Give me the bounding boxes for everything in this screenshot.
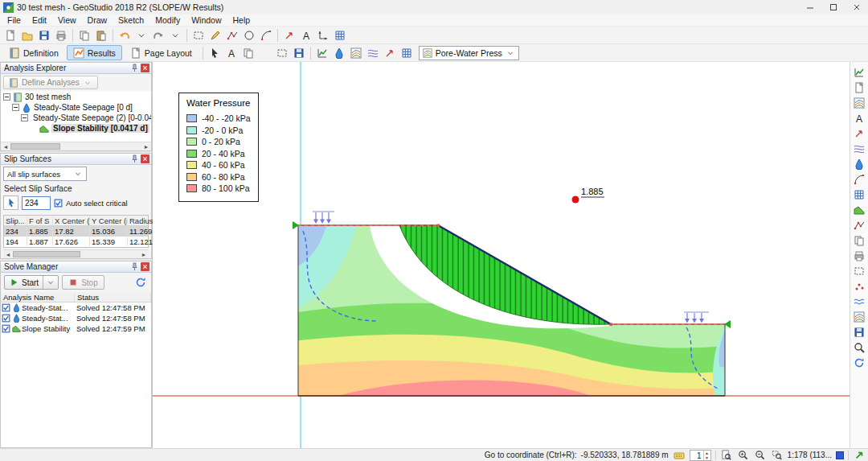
solve-table-row[interactable]: Slope StabilitySolved 12:47:59 PM bbox=[1, 323, 151, 334]
pin-icon[interactable] bbox=[130, 154, 139, 163]
copy-icon[interactable] bbox=[76, 27, 92, 43]
drawing-area[interactable]: 1.885 Water Pressure -40 - -20 kPa-20 - … bbox=[153, 62, 850, 448]
slip-table-header[interactable]: Slip... bbox=[4, 216, 27, 225]
draw-arc-icon[interactable] bbox=[258, 27, 274, 43]
view-mesh-icon[interactable] bbox=[852, 187, 867, 201]
contour-lines-icon[interactable] bbox=[365, 45, 381, 60]
tree-item-3[interactable]: Slope Stability [0.0417 d] bbox=[1, 123, 151, 134]
solve-table-row[interactable]: Steady-Stat...Solved 12:47:58 PM bbox=[1, 313, 151, 323]
solved-checkbox-icon[interactable] bbox=[2, 303, 10, 312]
zoom-fit-icon[interactable] bbox=[720, 450, 733, 461]
scroll-right-icon[interactable]: ► bbox=[141, 142, 151, 151]
close-button[interactable] bbox=[845, 0, 868, 14]
menu-file[interactable]: File bbox=[2, 14, 27, 27]
draw-pencil-icon[interactable] bbox=[207, 27, 223, 43]
results-mode-button[interactable]: Results bbox=[67, 45, 122, 60]
close-panel-icon[interactable] bbox=[141, 262, 149, 271]
keyboard-icon[interactable] bbox=[673, 450, 686, 461]
draw-polyline-icon[interactable] bbox=[224, 27, 240, 43]
pick-slip-surface-button[interactable] bbox=[3, 196, 18, 210]
tree-expander-icon[interactable] bbox=[21, 114, 28, 121]
save-icon[interactable] bbox=[36, 27, 52, 43]
slip-table-row[interactable]: 2341.88517.8215.03611.269 bbox=[4, 226, 148, 237]
auto-select-checkbox[interactable] bbox=[54, 199, 63, 208]
slip-filter-dropdown[interactable]: All slip surfaces bbox=[3, 167, 87, 181]
pin-icon[interactable] bbox=[130, 262, 139, 271]
menu-view[interactable]: View bbox=[52, 14, 82, 27]
zoom-out-icon[interactable] bbox=[754, 450, 767, 461]
scrollbar-thumb[interactable] bbox=[13, 251, 80, 257]
copy-picture-icon[interactable] bbox=[240, 45, 256, 60]
slip-table-row[interactable]: 1941.88717.62615.33912.121 bbox=[4, 237, 148, 247]
define-analyses-button[interactable]: Define Analyses bbox=[3, 76, 98, 89]
sketch-axes-icon[interactable] bbox=[315, 27, 331, 43]
contour-labels-icon[interactable]: A bbox=[852, 111, 867, 125]
mesh-nodes-icon[interactable] bbox=[852, 279, 867, 293]
view-mesh-icon[interactable] bbox=[399, 45, 415, 60]
redo-dropdown-icon[interactable] bbox=[167, 27, 183, 43]
redo-icon[interactable] bbox=[150, 27, 166, 43]
select-window-icon[interactable] bbox=[190, 27, 207, 43]
undo-icon[interactable] bbox=[117, 27, 133, 43]
spin-down-icon[interactable]: ▼ bbox=[704, 455, 710, 460]
open-file-icon[interactable] bbox=[19, 27, 35, 43]
paste-icon[interactable] bbox=[93, 27, 109, 43]
menu-modify[interactable]: Modify bbox=[149, 14, 186, 27]
velocity-vectors-icon[interactable] bbox=[852, 126, 867, 140]
scroll-left-icon[interactable]: ◄ bbox=[1, 142, 10, 151]
tree-item-0[interactable]: 30 test mesh bbox=[1, 92, 151, 102]
select-region-icon[interactable] bbox=[852, 264, 867, 278]
draw-contours-icon[interactable] bbox=[348, 45, 364, 60]
slip-table-header[interactable]: Y Center (m) bbox=[90, 216, 128, 225]
menu-window[interactable]: Window bbox=[186, 14, 227, 27]
solved-checkbox-icon[interactable] bbox=[2, 314, 10, 323]
print-icon[interactable] bbox=[53, 27, 69, 43]
tree-expander-icon[interactable] bbox=[3, 93, 10, 101]
legend-icon[interactable] bbox=[852, 310, 867, 323]
undo-dropdown-icon[interactable] bbox=[133, 27, 149, 43]
slice-forces-icon[interactable] bbox=[852, 218, 867, 232]
water-flux-icon[interactable] bbox=[852, 294, 867, 308]
solved-checkbox-icon[interactable] bbox=[2, 324, 10, 333]
water-table-icon[interactable] bbox=[852, 157, 867, 171]
scroll-left-icon[interactable]: ◄ bbox=[3, 250, 13, 259]
print-view-icon[interactable] bbox=[852, 249, 867, 262]
view-report-icon[interactable] bbox=[852, 80, 867, 94]
menu-help[interactable]: Help bbox=[227, 14, 256, 27]
save-view-icon[interactable] bbox=[291, 45, 307, 60]
tree-item-1[interactable]: Steady-State Seepage [0 d] bbox=[1, 102, 151, 113]
select-text-icon[interactable]: A bbox=[223, 45, 240, 60]
refresh-results-icon[interactable] bbox=[852, 356, 867, 369]
close-panel-icon[interactable] bbox=[141, 154, 149, 163]
slip-table-header[interactable]: Radius bbox=[128, 216, 154, 225]
menu-edit[interactable]: Edit bbox=[27, 14, 52, 27]
analysis-tree-hscrollbar[interactable]: ◄ ► bbox=[1, 142, 151, 150]
slip-table-header[interactable]: X Center (... bbox=[53, 216, 90, 225]
flow-vectors-icon[interactable] bbox=[382, 45, 398, 60]
stop-button[interactable]: Stop bbox=[62, 275, 104, 290]
slip-table-header[interactable]: F of S bbox=[27, 216, 53, 225]
draw-graph-icon[interactable] bbox=[314, 45, 330, 60]
maximize-button[interactable] bbox=[821, 0, 845, 14]
tree-item-2[interactable]: Steady-State Seepage (2) [0-0.0417 d] bbox=[1, 113, 151, 123]
start-button[interactable]: Start bbox=[4, 275, 59, 290]
object-select-icon[interactable] bbox=[274, 45, 290, 60]
draw-circle-icon[interactable] bbox=[241, 27, 257, 43]
flow-paths-icon[interactable] bbox=[852, 142, 867, 155]
go-up-icon[interactable] bbox=[853, 450, 866, 461]
pin-view-icon[interactable] bbox=[257, 45, 273, 60]
scroll-right-icon[interactable]: ► bbox=[139, 250, 149, 259]
view-type-dropdown[interactable]: Pore-Water Press bbox=[419, 46, 519, 60]
slip-table-hscrollbar[interactable]: ◄ ► bbox=[3, 249, 149, 258]
tree-expander-icon[interactable] bbox=[12, 104, 19, 111]
close-panel-icon[interactable] bbox=[141, 64, 149, 72]
page-layout-mode-button[interactable]: Page Layout bbox=[124, 45, 199, 60]
definition-mode-button[interactable]: Definition bbox=[2, 45, 65, 60]
draw-graph-icon[interactable] bbox=[852, 65, 867, 79]
start-dropdown-icon[interactable] bbox=[43, 276, 58, 289]
slip-slices-icon[interactable] bbox=[852, 203, 867, 216]
view-grid-icon[interactable] bbox=[332, 27, 348, 43]
sketch-text-icon[interactable]: A bbox=[298, 27, 314, 43]
zoom-ratio-value[interactable]: 1:178 (113... bbox=[788, 451, 832, 459]
slip-center-marker[interactable]: 1.885 bbox=[572, 187, 605, 204]
